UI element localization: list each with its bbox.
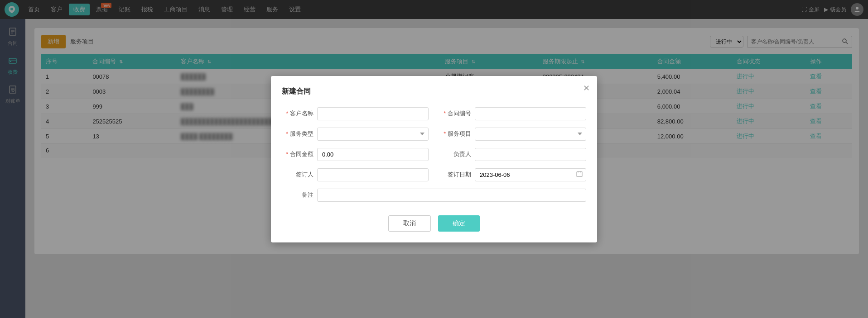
cancel-button[interactable]: 取消 — [388, 215, 431, 232]
calendar-icon — [576, 171, 583, 179]
label-signer: 签订人 — [282, 171, 313, 179]
input-contract-no[interactable] — [475, 107, 586, 120]
label-amount: 合同金额 — [282, 150, 313, 158]
label-sign-date: 签订日期 — [439, 171, 471, 179]
form-row-service-type: 服务类型 — [282, 128, 429, 141]
form-row-customer: 客户名称 — [282, 107, 429, 120]
label-responsible: 负责人 — [439, 150, 471, 158]
form-row-signer: 签订人 — [282, 168, 429, 181]
label-service-type: 服务类型 — [282, 130, 313, 138]
select-service-type[interactable] — [317, 128, 429, 141]
input-customer-name[interactable] — [317, 107, 429, 120]
label-service-item: 服务项目 — [439, 130, 471, 138]
input-signer[interactable] — [317, 168, 429, 181]
form-grid: 客户名称 合同编号 服务类型 服务项目 合同金额 负责人 — [282, 107, 586, 202]
input-amount[interactable] — [317, 148, 429, 161]
svg-rect-15 — [577, 172, 582, 177]
input-sign-date[interactable] — [475, 168, 586, 181]
dialog-title: 新建合同 — [282, 87, 586, 96]
input-responsible[interactable] — [475, 148, 586, 161]
form-row-responsible: 负责人 — [439, 148, 586, 161]
form-row-sign-date: 签订日期 — [439, 168, 586, 181]
input-remark[interactable] — [317, 189, 586, 202]
modal-overlay: 新建合同 ✕ 客户名称 合同编号 服务类型 服务项目 合 — [0, 0, 868, 318]
form-row-contract-no: 合同编号 — [439, 107, 586, 120]
new-contract-dialog: 新建合同 ✕ 客户名称 合同编号 服务类型 服务项目 合 — [271, 76, 597, 242]
label-contract-no: 合同编号 — [439, 109, 471, 118]
form-row-service-item: 服务项目 — [439, 128, 586, 141]
select-service-item[interactable] — [475, 128, 586, 141]
form-row-remark: 备注 — [282, 189, 586, 202]
sign-date-wrapper — [475, 168, 586, 181]
confirm-button[interactable]: 确定 — [438, 215, 480, 232]
dialog-close-btn[interactable]: ✕ — [583, 83, 590, 93]
label-customer: 客户名称 — [282, 109, 313, 118]
label-remark: 备注 — [282, 191, 313, 199]
dialog-footer: 取消 确定 — [282, 215, 586, 232]
form-row-amount: 合同金额 — [282, 148, 429, 161]
